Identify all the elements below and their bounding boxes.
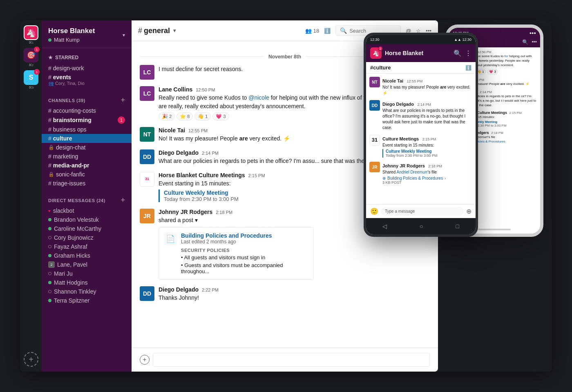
- sidebar-item-culture[interactable]: # culture: [42, 134, 132, 143]
- phone-msg-content: Culture Meetings 2:15 PM Event starting …: [382, 135, 438, 158]
- brainstorming-badge: 1: [118, 116, 125, 124]
- dm-lane-pavel[interactable]: 2 Lane, Pavel: [42, 260, 132, 269]
- android-ws-icon[interactable]: 🦄 2: [370, 47, 382, 59]
- android-home-btn[interactable]: ○: [420, 223, 423, 229]
- sidebar-item-label: accounting-costs: [53, 107, 96, 114]
- dm-terra[interactable]: Terra Spitzner: [42, 296, 132, 305]
- dm-label-brandon: Brandon Velestuk: [54, 216, 99, 223]
- dm-label-terra: Terra Spitzner: [54, 297, 89, 304]
- phone-text: Shared Andriel Dreemurr's file: [382, 169, 446, 175]
- android-channel-info-icon[interactable]: ℹ️: [465, 65, 471, 71]
- sidebar-item-events[interactable]: # events: [42, 73, 132, 82]
- sidebar-item-design-chat[interactable]: 🔒 design-chat: [42, 143, 132, 152]
- android-input-field[interactable]: Type a message: [381, 207, 464, 216]
- add-icon[interactable]: ⊕: [466, 207, 471, 215]
- dm-fayaz[interactable]: Fayaz Ashraf: [42, 242, 132, 251]
- sidebar-item-media-and-pr[interactable]: # media-and-pr: [42, 161, 132, 170]
- message-text: Thanks Johnny!: [159, 294, 430, 302]
- add-dm-button[interactable]: +: [121, 196, 125, 205]
- offline-status-dot: [48, 290, 51, 293]
- reaction-button[interactable]: 🎉2: [159, 112, 175, 120]
- reaction-button[interactable]: 👋1: [194, 112, 211, 120]
- iphone-search-icon[interactable]: 🔍: [522, 39, 528, 45]
- sender-name: Nicole Tai: [159, 127, 185, 134]
- info-button[interactable]: ℹ️: [324, 28, 331, 34]
- members-button[interactable]: 👥 18: [305, 28, 319, 34]
- iphone-time: 2:15 PM: [509, 111, 522, 115]
- workspace-name[interactable]: Horse Blanket: [48, 27, 95, 35]
- dm-shannon[interactable]: Shannon Tinkley: [42, 287, 132, 296]
- sender-name: Horse Blanket Culture Meetings: [159, 172, 245, 178]
- sidebar-scroll[interactable]: ★ STARRED # design-work # events 👥 Cory,…: [42, 48, 132, 372]
- chat-input-area: +: [132, 347, 438, 372]
- android-more-icon[interactable]: ⋮: [465, 49, 471, 57]
- phone-event-title[interactable]: Culture Weekly Meeting: [386, 149, 438, 154]
- post-title[interactable]: Building Policies and Procedures: [181, 232, 308, 239]
- dm-cory[interactable]: Cory Bujnowicz: [42, 233, 132, 242]
- dm-brandon[interactable]: Brandon Velestuk: [42, 215, 132, 224]
- phone-mention: Andriel Dreemurr: [396, 170, 427, 174]
- hash-icon: #: [48, 117, 51, 123]
- android-screen: 12:30 ▲▲ 12:30 🦄 2 Horse Blanket 🔍 ⋮ #cu…: [366, 35, 476, 234]
- android-input-bar: 🙂 Type a message ⊕: [366, 204, 476, 218]
- phone-post-size: 3 KB POST: [382, 180, 446, 185]
- dm-graham[interactable]: Graham Hicks: [42, 251, 132, 260]
- phone-sender: Nicole Tai: [382, 78, 403, 83]
- iphone-reaction[interactable]: 💗 3: [487, 69, 498, 74]
- phone-event-time: Today from 2:30 PM to 3:00 PM: [386, 154, 438, 158]
- phone-calendar-avatar: 31: [369, 135, 380, 145]
- dm-slackbot[interactable]: ♥ slackbot: [42, 206, 132, 215]
- ws-icon-label-3: ⌘3: [29, 86, 34, 89]
- ws-icon-box-3[interactable]: S 1: [24, 70, 38, 85]
- phone-post-title[interactable]: Building Policies & Procedures: [387, 176, 443, 180]
- channel-chevron-icon[interactable]: ▾: [173, 28, 176, 33]
- phone-post-link[interactable]: ⊕ Building Policies & Procedures ›: [382, 176, 446, 180]
- ws-icon-1[interactable]: 🦄 ⌘1: [24, 25, 38, 45]
- phone-avatar: NT: [369, 77, 380, 87]
- android-back-btn[interactable]: ◁: [382, 223, 387, 229]
- mention[interactable]: @nicole: [248, 94, 269, 101]
- android-search-icon[interactable]: 🔍: [454, 49, 462, 57]
- add-channel-button[interactable]: +: [121, 96, 125, 105]
- message-input[interactable]: [153, 353, 430, 367]
- post-section-header: SECURITY POLICIES: [181, 248, 308, 253]
- sidebar-item-brainstorming[interactable]: # brainstorming 1: [42, 115, 132, 125]
- members-count: 18: [313, 28, 319, 34]
- starred-label: ★ STARRED: [42, 53, 132, 64]
- ws-icon-box-1[interactable]: 🦄: [24, 25, 38, 40]
- sender-name: Diego Delgado: [159, 286, 199, 293]
- phone-msg-content: Johnny JR Rodgers 2:18 PM Shared Andriel…: [382, 162, 446, 185]
- iphone-more-icon[interactable]: •••: [532, 39, 537, 45]
- attach-button[interactable]: +: [140, 355, 150, 365]
- reaction-button[interactable]: ⭐8: [177, 112, 193, 120]
- sidebar-item-accounting-costs[interactable]: # accounting-costs: [42, 106, 132, 115]
- members-icon: 👥: [305, 28, 312, 34]
- sidebar-item-triage-issues[interactable]: # triage-issues: [42, 179, 132, 188]
- sidebar-item-sonic-fanfic[interactable]: 🔒 sonic-fanfic: [42, 170, 132, 179]
- dm-caroline[interactable]: Caroline McCarthy: [42, 224, 132, 233]
- hash-icon: #: [48, 126, 51, 133]
- post-bullet: • Guests and visitors must be accompanie…: [181, 262, 308, 274]
- sidebar-item-marketing[interactable]: # marketing: [42, 152, 132, 161]
- channel-title: # general ▾: [138, 27, 176, 35]
- dm-mari[interactable]: Mari Ju: [42, 269, 132, 278]
- iphone-home-bar: [478, 229, 511, 230]
- workspace-chevron-icon[interactable]: ▾: [123, 32, 125, 38]
- dm-matt[interactable]: Matt Hodgins: [42, 278, 132, 287]
- emoji-icon[interactable]: 🙂: [370, 207, 378, 215]
- add-workspace-button[interactable]: +: [24, 352, 38, 367]
- hash-icon: #: [48, 135, 51, 142]
- iphone-time: 2:14 PM: [480, 90, 492, 94]
- phone-text: No! It was my pleasure! People are very …: [382, 85, 472, 96]
- sidebar-item-business-ops[interactable]: # business ops: [42, 125, 132, 134]
- user-name: Matt Kump: [54, 37, 80, 43]
- android-recents-btn[interactable]: □: [456, 223, 459, 229]
- ws-icon-2[interactable]: 🎯 1 ⌘2: [24, 48, 38, 67]
- offline-status-dot: [48, 272, 51, 275]
- reaction-button[interactable]: 💗3: [212, 112, 229, 120]
- phone-time: 2:15 PM: [422, 137, 436, 141]
- avatar: NT: [140, 127, 154, 142]
- ws-icon-box-2[interactable]: 🎯 1: [24, 48, 38, 62]
- ws-icon-3[interactable]: S 1 ⌘3: [24, 70, 38, 89]
- sidebar-item-design-work[interactable]: # design-work: [42, 64, 132, 73]
